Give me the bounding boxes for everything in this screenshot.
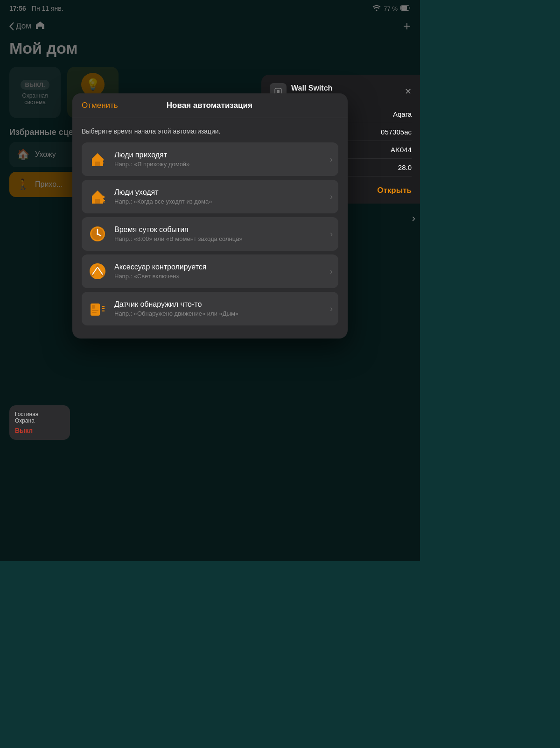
people-arrive-title: Люди приходят [114, 151, 326, 159]
option-people-leave[interactable]: Люди уходят Напр.: «Когда все уходят из … [82, 180, 338, 213]
accessory-control-title: Аксессуар контролируется [114, 263, 326, 271]
svg-rect-6 [95, 162, 100, 166]
sensor-detect-sub: Напр.: «Обнаружено движение» или «Дым» [114, 310, 326, 317]
time-event-chevron: › [330, 229, 333, 239]
svg-rect-24 [92, 310, 98, 311]
clock-icon [87, 224, 108, 244]
people-arrive-chevron: › [330, 155, 333, 164]
dialog-instruction: Выберите время начала этой автоматизации… [82, 127, 338, 135]
time-event-text: Время суток события Напр.: «8:00» или «В… [114, 226, 326, 242]
people-leave-icon [87, 186, 108, 207]
svg-point-10 [102, 196, 105, 198]
svg-point-15 [97, 233, 98, 235]
time-event-sub: Напр.: «8:00» или «В момент захода солнц… [114, 235, 326, 242]
svg-rect-22 [91, 303, 100, 316]
sensor-icon [87, 298, 108, 319]
option-time-event[interactable]: Время суток события Напр.: «8:00» или «В… [82, 217, 338, 251]
people-leave-title: Люди уходят [114, 188, 326, 197]
accessory-control-sub: Напр.: «Свет включен» [114, 273, 326, 280]
svg-point-7 [101, 158, 104, 161]
svg-rect-25 [92, 312, 97, 313]
people-leave-text: Люди уходят Напр.: «Когда все уходят из … [114, 188, 326, 205]
sensor-detect-chevron: › [330, 304, 333, 314]
people-leave-sub: Напр.: «Когда все уходят из дома» [114, 198, 326, 205]
people-arrive-text: Люди приходят Напр.: «Я прихожу домой» [114, 151, 326, 168]
dialog-body: Выберите время начала этой автоматизации… [72, 118, 348, 339]
sensor-detect-title: Датчик обнаружил что-то [114, 300, 326, 309]
option-accessory-control[interactable]: Аксессуар контролируется Напр.: «Свет вк… [82, 254, 338, 288]
dialog-title: Новая автоматизация [167, 101, 252, 110]
people-arrive-sub: Напр.: «Я прихожу домой» [114, 161, 326, 168]
dialog-overlay: Отменить Новая автоматизация Выберите вр… [0, 0, 420, 561]
people-leave-chevron: › [330, 192, 333, 202]
cancel-button[interactable]: Отменить [82, 101, 118, 110]
svg-rect-9 [95, 199, 100, 204]
accessory-icon [87, 261, 108, 282]
people-arrive-icon [87, 149, 108, 169]
time-event-title: Время суток события [114, 226, 326, 234]
accessory-control-chevron: › [330, 267, 333, 276]
svg-rect-23 [92, 305, 95, 309]
sensor-detect-text: Датчик обнаружил что-то Напр.: «Обнаруже… [114, 300, 326, 317]
option-sensor-detect[interactable]: Датчик обнаружил что-то Напр.: «Обнаруже… [82, 292, 338, 325]
dialog-header: Отменить Новая автоматизация [72, 93, 348, 118]
option-people-arrive[interactable]: Люди приходят Напр.: «Я прихожу домой» › [82, 142, 338, 176]
automation-dialog: Отменить Новая автоматизация Выберите вр… [72, 93, 348, 339]
accessory-control-text: Аксессуар контролируется Напр.: «Свет вк… [114, 263, 326, 280]
